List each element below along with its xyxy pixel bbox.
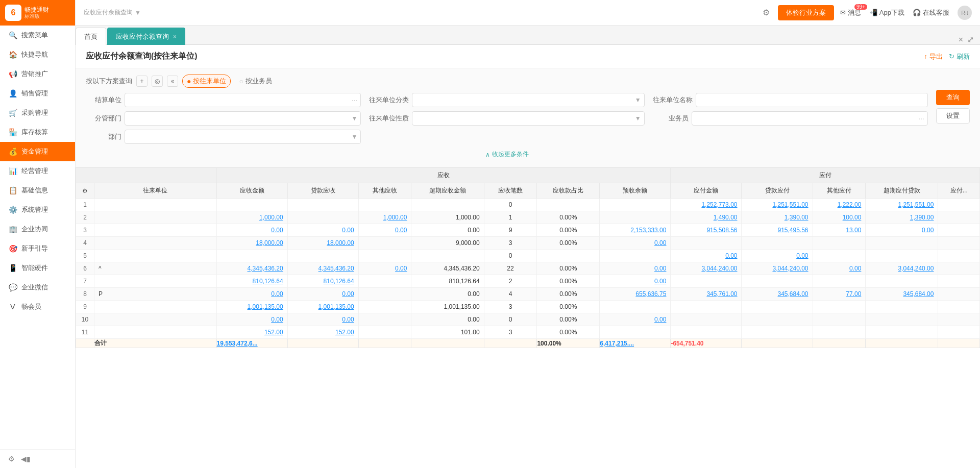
prepaid-cell[interactable]: 0.00 — [600, 275, 671, 288]
other-ap-cell[interactable]: 77.00 — [813, 288, 866, 301]
overdue-ap-cell[interactable]: 0.00 — [866, 224, 938, 237]
other-ap-cell[interactable] — [813, 313, 866, 326]
ap-amount-cell[interactable]: 915,508.56 — [671, 224, 742, 237]
loan-ap-cell[interactable] — [742, 326, 813, 339]
prepaid-cell[interactable] — [600, 301, 671, 313]
maximize-icon[interactable]: ⤢ — [967, 35, 974, 44]
loan-ar-cell[interactable] — [287, 211, 358, 224]
loan-ap-cell[interactable] — [742, 237, 813, 250]
other-ar-cell[interactable] — [358, 326, 411, 339]
filter-mode-partner[interactable]: ● 按往来单位 — [182, 75, 231, 88]
loan-ap-cell[interactable]: 915,495.56 — [742, 224, 813, 237]
loan-ar-cell[interactable]: 810,126.64 — [287, 275, 358, 288]
ar-amount-cell[interactable]: 18,000.00 — [216, 237, 287, 250]
query-btn[interactable]: 查询 — [936, 90, 970, 105]
dept-manager-select[interactable]: ▼ — [125, 111, 361, 126]
sidebar-item-search-menu[interactable]: 🔍 搜索菜单 — [0, 26, 75, 45]
loan-ap-cell[interactable]: 1,390.00 — [742, 211, 813, 224]
ap-amount-cell[interactable] — [671, 275, 742, 288]
partner-category-select[interactable]: ▼ — [412, 93, 644, 107]
online-service-btn[interactable]: 🎧 在线客服 — [913, 8, 949, 17]
other-ap-cell[interactable]: 100.00 — [813, 211, 866, 224]
overdue-ap-cell[interactable] — [866, 237, 938, 250]
sidebar-item-enterprise[interactable]: 🏢 企业协同 — [0, 219, 75, 239]
ap-amount-cell[interactable] — [671, 237, 742, 250]
loan-ap-cell[interactable] — [742, 275, 813, 288]
ap-amount-cell[interactable] — [671, 326, 742, 339]
prepaid-cell[interactable]: 0.00 — [600, 262, 671, 275]
overdue-ap-cell[interactable]: 1,390.00 — [866, 211, 938, 224]
target-filter-btn[interactable]: ◎ — [152, 76, 163, 87]
prepaid-cell[interactable]: 655,636.75 — [600, 288, 671, 301]
ap-amount-cell[interactable]: 3,044,240.00 — [671, 262, 742, 275]
loan-ar-cell[interactable]: 152.00 — [287, 326, 358, 339]
other-ap-cell[interactable] — [813, 326, 866, 339]
loan-ar-cell[interactable]: 1,001,135.00 — [287, 301, 358, 313]
sidebar-item-operations[interactable]: 📊 经营管理 — [0, 161, 75, 181]
other-ar-cell[interactable] — [358, 313, 411, 326]
overdue-ap-cell[interactable]: 3,044,240.00 — [866, 262, 938, 275]
ap-amount-cell[interactable] — [671, 313, 742, 326]
ar-amount-cell[interactable]: 0.00 — [216, 224, 287, 237]
loan-ap-cell[interactable]: 345,684.00 — [742, 288, 813, 301]
settlement-unit-input[interactable] — [128, 96, 352, 104]
message-btn[interactable]: ✉ 消息 99+ — [840, 8, 861, 17]
loan-ar-cell[interactable] — [287, 199, 358, 211]
loan-ap-cell[interactable] — [742, 313, 813, 326]
tab-ar-ap-query[interactable]: 应收应付余额查询 × — [107, 28, 185, 45]
loan-ar-cell[interactable]: 0.00 — [287, 224, 358, 237]
app-download-btn[interactable]: 📲 App下载 — [869, 8, 904, 17]
other-ar-cell[interactable] — [358, 250, 411, 262]
settings-bottom-icon[interactable]: ⚙ — [8, 455, 15, 463]
sidebar-item-marketing[interactable]: 📢 营销推广 — [0, 64, 75, 84]
dropdown-icon[interactable]: ▼ — [135, 9, 141, 16]
gear-icon[interactable]: ⚙ — [763, 8, 770, 17]
ar-amount-cell[interactable] — [216, 199, 287, 211]
other-ap-cell[interactable] — [813, 301, 866, 313]
other-ar-cell[interactable] — [358, 275, 411, 288]
ar-amount-cell[interactable]: 1,000.00 — [216, 211, 287, 224]
prepaid-cell[interactable]: 2,153,333.00 — [600, 224, 671, 237]
prepaid-cell[interactable]: 0.00 — [600, 237, 671, 250]
sidebar-item-inventory[interactable]: 🏪 库存核算 — [0, 122, 75, 142]
filter-mode-salesperson[interactable]: ○ 按业务员 — [235, 75, 276, 87]
arrow-filter-btn[interactable]: « — [167, 76, 178, 87]
overdue-ap-cell[interactable] — [866, 326, 938, 339]
other-ar-cell[interactable] — [358, 288, 411, 301]
ap-amount-cell[interactable]: 1,490.00 — [671, 211, 742, 224]
other-ar-cell[interactable]: 0.00 — [358, 224, 411, 237]
add-filter-btn[interactable]: + — [136, 76, 148, 87]
ar-amount-cell[interactable] — [216, 250, 287, 262]
prepaid-cell[interactable] — [600, 199, 671, 211]
collapse-more-btn[interactable]: ∧ 收起更多条件 — [483, 148, 531, 161]
footer-prepaid[interactable]: 6,417,215.... — [600, 339, 671, 348]
other-ar-cell[interactable]: 1,000.00 — [358, 211, 411, 224]
sidebar-item-smart-hw[interactable]: 📱 智能硬件 — [0, 258, 75, 278]
th-settings[interactable]: ⚙ — [76, 183, 94, 199]
loan-ar-cell[interactable]: 0.00 — [287, 288, 358, 301]
tab-close-icon[interactable]: × — [173, 33, 177, 40]
tab-home[interactable]: 首页 — [76, 28, 106, 45]
loan-ap-cell[interactable]: 0.00 — [742, 250, 813, 262]
ap-amount-cell[interactable]: 345,761.00 — [671, 288, 742, 301]
other-ar-cell[interactable] — [358, 301, 411, 313]
ar-amount-cell[interactable]: 810,126.64 — [216, 275, 287, 288]
sidebar-item-guide[interactable]: 🎯 新手引导 — [0, 239, 75, 258]
close-window-icon[interactable]: × — [959, 35, 963, 44]
loan-ar-cell[interactable]: 4,345,436.20 — [287, 262, 358, 275]
ar-amount-cell[interactable]: 152.00 — [216, 326, 287, 339]
prepaid-cell[interactable] — [600, 326, 671, 339]
footer-ar-amount[interactable]: 19,553,472,6... — [216, 339, 287, 348]
sidebar-item-quick-nav[interactable]: 🏠 快捷导航 — [0, 45, 75, 64]
table-settings-icon[interactable]: ⚙ — [82, 187, 88, 194]
ap-amount-cell[interactable] — [671, 301, 742, 313]
sidebar-item-finance[interactable]: 💰 资金管理 — [0, 142, 75, 161]
loan-ar-cell[interactable]: 0.00 — [287, 313, 358, 326]
sidebar-item-system[interactable]: ⚙️ 系统管理 — [0, 200, 75, 219]
loan-ar-cell[interactable] — [287, 250, 358, 262]
prepaid-cell[interactable] — [600, 211, 671, 224]
sidebar-item-basic-info[interactable]: 📋 基础信息 — [0, 181, 75, 200]
other-ap-cell[interactable] — [813, 237, 866, 250]
loan-ap-cell[interactable] — [742, 301, 813, 313]
overdue-ap-cell[interactable] — [866, 301, 938, 313]
